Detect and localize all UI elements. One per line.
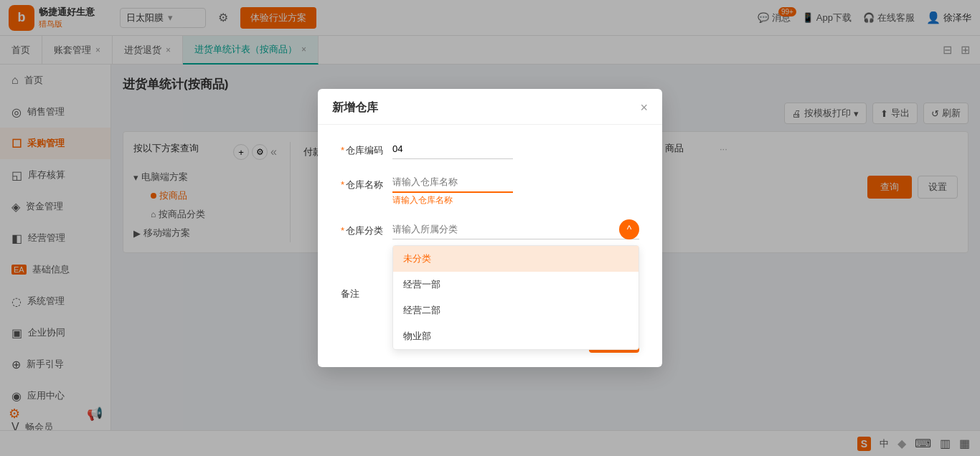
name-label: *仓库名称	[341, 174, 392, 191]
modal-overlay: 新增仓库 × *仓库编码 *仓库名称	[0, 0, 980, 456]
modal-title: 新增仓库	[332, 100, 378, 115]
form-row-name: *仓库名称 请输入仓库名称	[341, 172, 639, 206]
category-input[interactable]	[392, 219, 639, 239]
dropdown-toggle-button[interactable]: ^	[619, 219, 639, 239]
category-label: *仓库分类	[341, 219, 392, 237]
form-row-code: *仓库编码	[341, 139, 639, 159]
warehouse-code-input[interactable]	[392, 139, 513, 159]
code-label: *仓库编码	[341, 139, 392, 157]
dropdown-item-property[interactable]: 物业部	[393, 323, 639, 349]
dropdown-item-dept1[interactable]: 经营一部	[393, 272, 639, 298]
required-star-category: *	[341, 225, 344, 236]
name-input-wrap	[392, 172, 639, 193]
warehouse-name-input[interactable]	[392, 172, 513, 193]
modal-header: 新增仓库 ×	[318, 89, 662, 125]
required-star-code: *	[341, 145, 344, 156]
required-star-name: *	[341, 179, 344, 190]
dropdown-item-dept2[interactable]: 经营二部	[393, 298, 639, 323]
modal-close-button[interactable]: ×	[640, 100, 648, 115]
category-dropdown-list: 未分类 经营一部 经营二部 物业部	[392, 245, 639, 350]
category-dropdown-wrap: ^ 未分类 经营一部 经营二部 物业部	[392, 219, 639, 239]
remark-label: 备注	[341, 282, 392, 300]
modal-body: *仓库编码 *仓库名称 请输入仓库名称	[318, 125, 662, 330]
category-input-row: ^	[392, 219, 639, 239]
form-row-category: *仓库分类 ^ 未分类 经营一部 经营二部 物业部	[341, 219, 639, 239]
dropdown-item-uncategorized[interactable]: 未分类	[393, 246, 639, 272]
modal-new-warehouse: 新增仓库 × *仓库编码 *仓库名称	[318, 89, 662, 367]
name-error-hint: 请输入仓库名称	[392, 194, 639, 206]
code-input-wrap	[392, 139, 639, 159]
